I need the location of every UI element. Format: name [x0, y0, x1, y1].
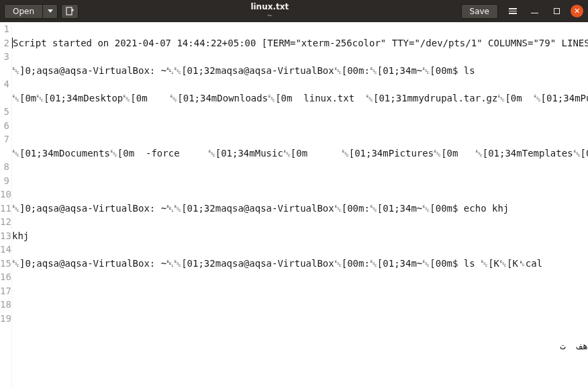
text-line: khj — [12, 229, 588, 243]
title-bar: Open linux.txt ~ Save ✕ — [0, 0, 588, 22]
save-label: Save — [470, 7, 489, 16]
close-icon: ✕ — [571, 5, 583, 17]
hamburger-icon — [509, 8, 517, 14]
text-line — [12, 119, 588, 133]
text-line: ␛[0m␛[01;34mDesktop␛[0m ␛[01;34mDownload… — [12, 91, 588, 105]
minimize-icon — [531, 13, 538, 14]
text-line: 1 2 3 — [12, 367, 588, 381]
chevron-down-icon — [48, 9, 53, 13]
text-line — [12, 174, 588, 188]
text-line: ␛]0;aqsa@aqsa-VirtualBox: ~␇␛[01;32maqsa… — [12, 202, 588, 216]
maximize-button[interactable] — [548, 4, 566, 19]
text-line — [12, 284, 588, 298]
open-recent-button[interactable] — [43, 4, 58, 19]
svg-rect-0 — [66, 7, 72, 15]
open-label: Open — [13, 7, 34, 16]
minimize-button[interactable] — [526, 4, 544, 19]
document-path: ~ — [267, 12, 273, 19]
new-tab-button[interactable] — [61, 4, 79, 19]
text-line: Script started on 2021-04-07 14:44:22+05… — [12, 36, 588, 50]
close-button[interactable]: ✕ — [571, 5, 583, 17]
maximize-icon — [554, 8, 560, 14]
save-button[interactable]: Save — [461, 4, 498, 19]
hamburger-menu-button[interactable] — [503, 4, 522, 19]
document-title: linux.txt — [250, 3, 289, 11]
text-line: ␛]0;aqsa@aqsa-VirtualBox: ~␇␛[01;32maqsa… — [12, 64, 588, 78]
line-number-gutter: 1 2 3 4 5 6 7 8 9 10 11 12 13 14 15 16 1… — [0, 22, 12, 389]
open-button[interactable]: Open — [4, 4, 43, 19]
text-content[interactable]: Script started on 2021-04-07 14:44:22+05… — [12, 22, 588, 389]
editor-area[interactable]: 1 2 3 4 5 6 7 8 9 10 11 12 13 14 15 16 1… — [0, 22, 588, 389]
text-line: ␛[01;34mDocuments␛[0m -force ␛[01;34mMus… — [12, 146, 588, 161]
new-document-icon — [65, 7, 75, 16]
text-line: ا پ من بد جم جم هف ت — [12, 339, 588, 353]
title-area: linux.txt ~ — [79, 0, 460, 22]
text-line: اپريل 2021 — [12, 312, 588, 326]
text-line: ␛]0;aqsa@aqsa-VirtualBox: ~␇␛[01;32maqsa… — [12, 257, 588, 271]
